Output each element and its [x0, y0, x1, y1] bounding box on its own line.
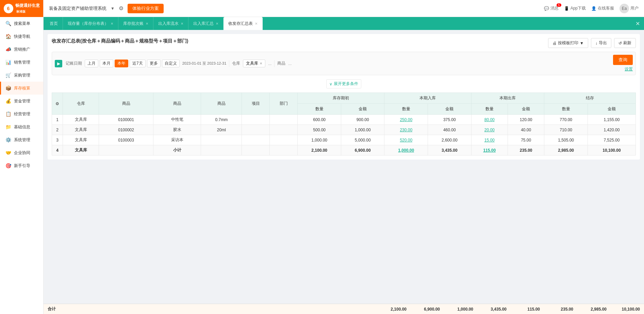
- logo-text: 畅捷通好生意 标准版: [15, 3, 40, 14]
- cell-no: 3: [52, 135, 63, 145]
- nav-tab-batch-ledger[interactable]: 库存批次账✕: [118, 17, 153, 30]
- header-right: 💬 消息 5 📱 App下载 👤 在线客服 Ea 用户: [544, 4, 639, 13]
- nav-tab-inventory-dist[interactable]: 现存量（库存分布表）✕: [63, 17, 118, 30]
- tab-close-stock-summary[interactable]: ✕: [216, 22, 218, 26]
- sidebar-item-quick-nav[interactable]: 🏠 快捷导航: [0, 30, 43, 43]
- sidebar-item-search[interactable]: 🔍 搜索菜单: [0, 17, 43, 30]
- out-qty-link[interactable]: 15.00: [484, 138, 495, 143]
- cell-warehouse: 文具库: [63, 135, 99, 145]
- user-action[interactable]: Ea 用户: [620, 4, 639, 13]
- expand-conditions-button[interactable]: ∨ 展开更多条件: [326, 79, 361, 88]
- search-icon: 🔍: [5, 20, 11, 27]
- cell-in-amt: 375.00: [428, 115, 471, 125]
- system-dropdown[interactable]: ▼: [111, 6, 115, 11]
- query-button[interactable]: 查询: [613, 55, 633, 65]
- settings-link[interactable]: 设置: [625, 66, 633, 72]
- footer-out-qty: 115.00: [509, 307, 540, 312]
- date-btn-7days[interactable]: 近7天: [130, 60, 146, 67]
- sidebar-item-marketing[interactable]: 📣 营销推广: [0, 43, 43, 56]
- print-button[interactable]: 🖨 按模板打印 ▼: [548, 38, 588, 48]
- sidebar-item-system[interactable]: ⚙️ 系统管理: [0, 133, 43, 146]
- operations-icon: 📋: [5, 111, 11, 117]
- logo-icon: 6: [4, 4, 13, 13]
- cell-out-qty: 15.00: [471, 135, 508, 145]
- warehouse-remove-icon[interactable]: ✕: [260, 62, 262, 65]
- cell-project: [242, 145, 270, 155]
- online-service-action[interactable]: 👤 在线客服: [591, 5, 614, 11]
- cell-open-amt: 6,900.00: [341, 145, 384, 155]
- nav-tab-stock-flow[interactable]: 出入库流水✕: [153, 17, 188, 30]
- nav-tab-stock-summary[interactable]: 出入库汇总✕: [188, 17, 224, 30]
- date-btn-this-year[interactable]: 本年: [115, 60, 128, 67]
- sidebar-item-operations[interactable]: 📋 经营管理: [0, 108, 43, 120]
- refresh-icon: ↺: [618, 41, 622, 46]
- sidebar-item-basic-info[interactable]: 📁 基础信息: [0, 120, 43, 133]
- filter-toggle-button[interactable]: ▶: [55, 60, 62, 67]
- user-avatar: Ea: [620, 4, 629, 13]
- cell-warehouse: 文具库: [63, 115, 99, 125]
- cell-open-qty: 2,100.00: [298, 145, 341, 155]
- data-table: ⚙ 仓库 商品 商品 商品 项目 部门 库存期初 本期入库 本期出库 结存: [52, 93, 636, 155]
- date-btn-last-month[interactable]: 上月: [85, 60, 98, 67]
- app-download-action[interactable]: 📱 App下载: [564, 5, 586, 11]
- nav-tab-receipt-summary[interactable]: 收发存汇总表✕: [224, 17, 263, 30]
- th-out: 本期出库: [471, 93, 544, 104]
- date-btn-this-month[interactable]: 本月: [100, 60, 113, 67]
- system-name: 装备及固定资产辅助管理系统: [49, 5, 106, 12]
- goods-more[interactable]: ...: [288, 61, 292, 66]
- in-qty-link[interactable]: 250.00: [400, 117, 412, 122]
- warehouse-more[interactable]: ...: [268, 61, 271, 66]
- tab-close-batch-ledger[interactable]: ✕: [146, 22, 148, 26]
- out-qty-subtotal-link[interactable]: 115.00: [483, 148, 496, 153]
- try-button[interactable]: 体验行业方案: [128, 4, 164, 13]
- in-qty-link[interactable]: 230.00: [400, 128, 412, 132]
- out-qty-link[interactable]: 20.00: [484, 128, 495, 132]
- top-header: 装备及固定资产辅助管理系统 ▼ ⚙ 体验行业方案 💬 消息 5 📱 App下载 …: [44, 0, 644, 17]
- sidebar-item-finance[interactable]: 💰 资金管理: [0, 95, 43, 108]
- table-row: 1 文具库 0100001 中性笔 0.7mm 600.00 900.00 25…: [52, 115, 636, 125]
- goods-label: 商品: [277, 61, 285, 66]
- gear-settings-icon[interactable]: ⚙: [55, 101, 59, 106]
- in-qty-link[interactable]: 520.00: [400, 138, 412, 143]
- date-btn-custom[interactable]: 自定义: [162, 60, 180, 67]
- th-out-amt: 金额: [508, 104, 544, 115]
- sidebar-label-system: 系统管理: [14, 137, 30, 143]
- sidebar-item-guide[interactable]: 🎯 新手引导: [0, 159, 43, 172]
- sidebar-menu: 🔍 搜索菜单 🏠 快捷导航 📣 营销推广 📊 销售管理 🛒 采购管理 📦 库存核…: [0, 17, 43, 314]
- message-action[interactable]: 💬 消息 5: [544, 5, 559, 11]
- out-qty-link[interactable]: 80.00: [484, 117, 495, 122]
- tab-close-receipt-summary[interactable]: ✕: [255, 22, 258, 26]
- tab-close-stock-flow[interactable]: ✕: [181, 22, 183, 26]
- refresh-button[interactable]: ↺ 刷新: [614, 38, 636, 48]
- date-btn-more[interactable]: 更多: [147, 60, 161, 67]
- in-qty-subtotal-link[interactable]: 1,000.00: [398, 148, 414, 153]
- cell-spec: 0.7mm: [201, 115, 242, 125]
- nav-tab-home[interactable]: 首页: [45, 17, 63, 30]
- gear-icon[interactable]: ⚙: [119, 5, 123, 12]
- cell-project: [242, 135, 270, 145]
- close-all-tabs-button[interactable]: ✕: [631, 20, 644, 27]
- th-open-qty: 数量: [298, 104, 341, 115]
- tab-label-stock-summary: 出入库汇总: [193, 21, 214, 27]
- main-card: 收发存汇总表(按仓库＋商品编码＋商品＋规格型号＋项目＋部门) 🖨 按模板打印 ▼…: [48, 34, 640, 160]
- cell-in-qty: 230.00: [384, 125, 428, 135]
- cell-no: 1: [52, 115, 63, 125]
- filter-row: 记账日期 上月 本月 本年 近7天 更多 自定义 2023-01-01 至 20…: [66, 60, 610, 67]
- sidebar-label-purchase: 采购管理: [14, 72, 30, 78]
- tab-label-inventory-dist: 现存量（库存分布表）: [68, 21, 109, 27]
- filter-divider-1: [229, 60, 229, 67]
- footer-in-amt: 3,435.00: [476, 307, 507, 312]
- page-content: 收发存汇总表(按仓库＋商品编码＋商品＋规格型号＋项目＋部门) 🖨 按模板打印 ▼…: [44, 30, 644, 303]
- th-out-qty: 数量: [471, 104, 508, 115]
- warehouse-tag[interactable]: 文具库 ✕: [243, 60, 265, 67]
- sidebar-item-sales[interactable]: 📊 销售管理: [0, 56, 43, 69]
- sidebar-item-enterprise[interactable]: 🤝 企业协同: [0, 146, 43, 159]
- print-icon: 🖨: [552, 41, 557, 46]
- th-gear[interactable]: ⚙: [52, 93, 63, 115]
- basic-info-icon: 📁: [5, 124, 11, 130]
- cell-in-amt: 2,600.00: [428, 135, 471, 145]
- sidebar-item-inventory[interactable]: 📦 库存核算: [0, 82, 43, 95]
- sidebar-item-purchase[interactable]: 🛒 采购管理: [0, 69, 43, 82]
- export-button[interactable]: ↓ 导出: [591, 38, 611, 48]
- tab-close-inventory-dist[interactable]: ✕: [111, 22, 113, 26]
